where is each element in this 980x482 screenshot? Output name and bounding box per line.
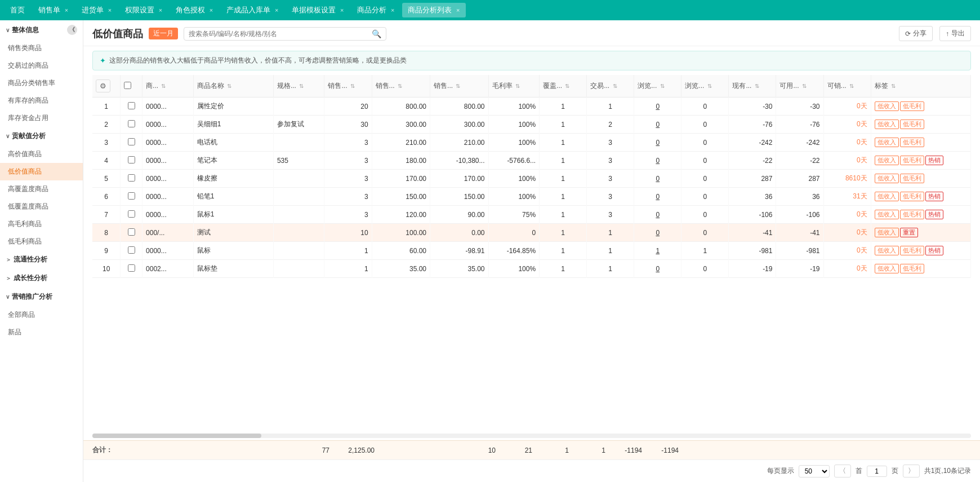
table-header-row: ⚙ 商... ⇅ 商品名称 ⇅ 规格... ⇅ 销售... ⇅ 销售... ⇅ … xyxy=(92,75,971,98)
row-checkbox[interactable] xyxy=(128,246,135,254)
nav-purchase-order[interactable]: 进货单 × xyxy=(76,3,117,17)
sidebar-item-sales-products[interactable]: 销售类商品 xyxy=(0,39,83,57)
close-icon[interactable]: × xyxy=(108,7,112,14)
sidebar-group-marketing[interactable]: ∨ 营销推广分析 xyxy=(0,288,83,306)
row-checkbox-cell xyxy=(121,170,142,188)
row-checkbox[interactable] xyxy=(128,264,135,272)
close-icon[interactable]: × xyxy=(210,7,213,14)
close-icon[interactable]: × xyxy=(65,7,68,14)
totals-label: 合计： xyxy=(92,445,119,455)
views-link[interactable]: 1 xyxy=(656,247,660,255)
nav-product-in[interactable]: 产成品入库单 × xyxy=(221,3,284,17)
horizontal-scrollbar[interactable] xyxy=(83,434,980,440)
period-button[interactable]: 近一月 xyxy=(149,28,178,39)
views-link[interactable]: 0 xyxy=(656,175,660,183)
row-checkbox[interactable] xyxy=(128,120,135,127)
sidebar-group-contribution[interactable]: ∨ 贡献值分析 xyxy=(0,127,83,145)
page-size-select[interactable]: 50 20 100 xyxy=(799,465,830,477)
close-icon[interactable]: × xyxy=(340,7,344,14)
col-tags[interactable]: 标签 ⇅ xyxy=(871,75,970,98)
close-icon[interactable]: × xyxy=(456,7,460,14)
col-current-stock[interactable]: 现有... ⇅ xyxy=(729,75,776,98)
product-name: 鼠标 xyxy=(193,242,273,260)
sales-qty: 3 xyxy=(324,188,372,206)
row-checkbox[interactable] xyxy=(128,138,135,145)
sidebar-item-low-value[interactable]: 低价值商品 xyxy=(0,163,83,180)
sidebar-item-high-coverage[interactable]: 高覆盖度商品 xyxy=(0,180,83,198)
col-spec[interactable]: 规格... ⇅ xyxy=(273,75,324,98)
top-navigation: 首页 销售单 × 进货单 × 权限设置 × 角色授权 × 产成品入库单 × 单据… xyxy=(0,0,980,20)
nav-product-analysis-list[interactable]: 商品分析列表 × xyxy=(402,3,465,17)
gear-button[interactable]: ⚙ xyxy=(96,79,110,92)
sidebar-item-high-margin[interactable]: 高毛利商品 xyxy=(0,215,83,233)
col-saleable[interactable]: 可销... ⇅ xyxy=(823,75,871,98)
tag-label: 低收入 xyxy=(875,264,899,273)
export-button[interactable]: ↑ 导出 xyxy=(939,26,971,41)
col-gross-rate[interactable]: 毛利率 ⇅ xyxy=(488,75,540,98)
row-checkbox[interactable] xyxy=(128,228,135,236)
nav-role-auth[interactable]: 角色授权 × xyxy=(170,3,219,17)
next-page-button[interactable]: 〉 xyxy=(903,465,920,477)
page-number-input[interactable] xyxy=(867,466,887,477)
sidebar-item-traded-products[interactable]: 交易过的商品 xyxy=(0,57,83,74)
col-coverage[interactable]: 覆盖... ⇅ xyxy=(540,75,587,98)
sidebar-item-new-products[interactable]: 新品 xyxy=(0,324,83,341)
views-link[interactable]: 0 xyxy=(656,157,660,165)
col-name[interactable]: 商品名称 ⇅ xyxy=(193,75,273,98)
sales-amount: 180.00 xyxy=(372,152,430,170)
sidebar-item-high-value[interactable]: 高价值商品 xyxy=(0,145,83,163)
views-link[interactable]: 0 xyxy=(656,229,660,237)
col-sales-qty[interactable]: 销售... ⇅ xyxy=(324,75,372,98)
close-icon[interactable]: × xyxy=(159,7,162,14)
saleable-days-value: 0天 xyxy=(823,206,871,224)
sort-icon: ⇅ xyxy=(299,83,304,89)
views-link[interactable]: 0 xyxy=(656,121,660,129)
coverage-value: 1 xyxy=(540,170,587,188)
sort-icon: ⇅ xyxy=(350,83,355,89)
sidebar-item-low-coverage[interactable]: 低覆盖度商品 xyxy=(0,198,83,215)
close-icon[interactable]: × xyxy=(391,7,394,14)
search-input[interactable] xyxy=(189,30,368,38)
row-checkbox[interactable] xyxy=(128,156,135,163)
search-icon[interactable]: 🔍 xyxy=(372,29,381,38)
first-page-button[interactable]: 〈 xyxy=(834,465,851,477)
sidebar-item-in-stock-products[interactable]: 有库存的商品 xyxy=(0,92,83,109)
col-sales-amt[interactable]: 销售... ⇅ xyxy=(372,75,430,98)
available-stock-value: -76 xyxy=(776,116,823,134)
share-button[interactable]: ⟳ 分享 xyxy=(899,26,933,41)
views-link[interactable]: 0 xyxy=(656,211,660,219)
sort-icon: ⇅ xyxy=(227,83,231,89)
sales-amount: 100.00 xyxy=(372,224,430,242)
sidebar-item-low-margin[interactable]: 低毛利商品 xyxy=(0,233,83,250)
tag-label: 热销 xyxy=(925,210,943,219)
col-available[interactable]: 可用... ⇅ xyxy=(776,75,823,98)
views-link[interactable]: 0 xyxy=(656,103,660,110)
col-views2[interactable]: 浏览... ⇅ xyxy=(681,75,729,98)
row-checkbox[interactable] xyxy=(128,174,135,182)
sidebar-item-all-products[interactable]: 全部商品 xyxy=(0,306,83,324)
collapse-button[interactable]: 《 xyxy=(67,25,77,35)
row-checkbox[interactable] xyxy=(128,210,135,218)
views-link[interactable]: 0 xyxy=(656,265,660,273)
nav-home[interactable]: 首页 xyxy=(5,3,30,17)
row-checkbox[interactable] xyxy=(128,192,135,200)
sidebar-item-category-sales-rate[interactable]: 商品分类销售率 xyxy=(0,74,83,92)
nav-template[interactable]: 单据模板设置 × xyxy=(286,3,349,17)
views-link[interactable]: 0 xyxy=(656,193,660,201)
nav-permission[interactable]: 权限设置 × xyxy=(119,3,168,17)
col-views1[interactable]: 浏览... ⇅ xyxy=(634,75,681,98)
nav-sales-order[interactable]: 销售单 × xyxy=(33,3,74,17)
sidebar-group-circulation[interactable]: ＞ 流通性分析 xyxy=(0,250,83,269)
col-transactions[interactable]: 交易... ⇅ xyxy=(587,75,634,98)
row-checkbox[interactable] xyxy=(128,102,135,109)
col-code[interactable]: 商... ⇅ xyxy=(142,75,194,98)
views-link[interactable]: 0 xyxy=(656,139,660,147)
select-all-checkbox[interactable] xyxy=(124,82,131,89)
content-area: 低价值商品 近一月 🔍 ⟳ 分享 ↑ 导出 ✦ 这部分商品的销售收入大幅低于商品… xyxy=(83,20,980,482)
col-sales-gross[interactable]: 销售... ⇅ xyxy=(430,75,488,98)
sidebar-group-overall[interactable]: ∨ 整体信息 《 xyxy=(0,20,83,39)
sidebar-item-stock-capital[interactable]: 库存资金占用 xyxy=(0,109,83,127)
close-icon[interactable]: × xyxy=(275,7,278,14)
sidebar-group-growth[interactable]: ＞ 成长性分析 xyxy=(0,269,83,288)
nav-product-analysis[interactable]: 商品分析 × xyxy=(351,3,400,17)
